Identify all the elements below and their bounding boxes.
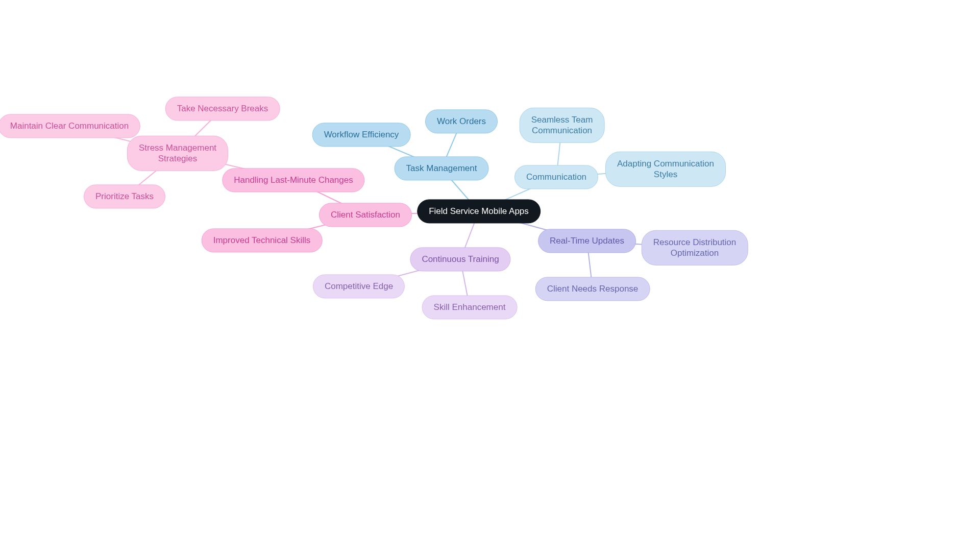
label-client-satisfaction: Client Satisfaction <box>331 209 400 220</box>
root-node[interactable]: Field Service Mobile Apps <box>417 199 541 223</box>
node-client-satisfaction[interactable]: Client Satisfaction <box>319 203 412 227</box>
label-work-orders: Work Orders <box>437 116 486 127</box>
node-workflow-efficiency[interactable]: Workflow Efficiency <box>312 123 411 147</box>
node-work-orders[interactable]: Work Orders <box>425 109 498 133</box>
node-skill-enhancement[interactable]: Skill Enhancement <box>422 295 518 319</box>
node-adapting-styles[interactable]: Adapting Communication Styles <box>605 152 726 187</box>
node-prioritize-tasks[interactable]: Prioritize Tasks <box>84 184 165 208</box>
node-stress-management[interactable]: Stress Management Strategies <box>127 136 228 171</box>
node-take-breaks[interactable]: Take Necessary Breaks <box>165 97 280 121</box>
node-task-management[interactable]: Task Management <box>395 156 489 180</box>
node-improved-technical[interactable]: Improved Technical Skills <box>202 228 323 252</box>
node-client-needs[interactable]: Client Needs Response <box>535 277 650 301</box>
label-workflow-efficiency: Workflow Efficiency <box>324 129 399 140</box>
label-task-management: Task Management <box>406 163 477 174</box>
label-client-needs: Client Needs Response <box>547 283 639 294</box>
label-seamless-team: Seamless Team Communication <box>531 114 593 136</box>
label-resource-distribution: Resource Distribution Optimization <box>653 237 737 259</box>
node-competitive-edge[interactable]: Competitive Edge <box>313 274 405 298</box>
node-handling-last-minute[interactable]: Handling Last-Minute Changes <box>222 168 364 192</box>
node-seamless-team[interactable]: Seamless Team Communication <box>520 108 605 143</box>
label-adapting-styles: Adapting Communication Styles <box>617 158 714 180</box>
label-skill-enhancement: Skill Enhancement <box>434 302 506 312</box>
label-communication: Communication <box>526 172 586 182</box>
label-take-breaks: Take Necessary Breaks <box>177 103 268 114</box>
node-communication[interactable]: Communication <box>514 165 598 189</box>
label-stress-management: Stress Management Strategies <box>139 142 216 164</box>
node-realtime-updates[interactable]: Real-Time Updates <box>538 229 636 253</box>
label-maintain-communication: Maintain Clear Communication <box>10 121 129 131</box>
label-improved-technical: Improved Technical Skills <box>213 235 311 246</box>
label-prioritize-tasks: Prioritize Tasks <box>95 191 154 202</box>
root-label: Field Service Mobile Apps <box>429 206 529 217</box>
label-realtime-updates: Real-Time Updates <box>550 235 624 246</box>
label-continuous-training: Continuous Training <box>422 254 499 265</box>
node-resource-distribution[interactable]: Resource Distribution Optimization <box>642 230 748 266</box>
node-maintain-communication[interactable]: Maintain Clear Communication <box>0 114 140 138</box>
label-handling-last-minute: Handling Last-Minute Changes <box>234 175 353 185</box>
node-continuous-training[interactable]: Continuous Training <box>410 247 510 271</box>
edge-layer <box>0 0 980 553</box>
mindmap-canvas: Field Service Mobile Apps Task Managemen… <box>0 0 980 553</box>
label-competitive-edge: Competitive Edge <box>325 281 393 292</box>
